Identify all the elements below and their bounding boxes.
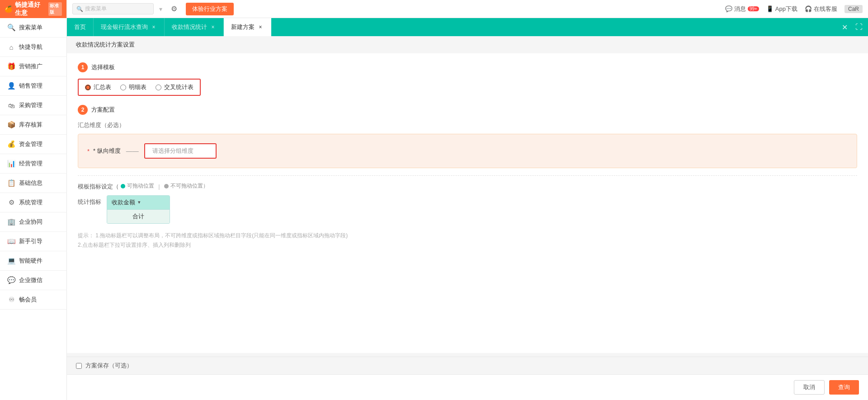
operations-icon: 📊 (7, 160, 15, 168)
sidebar-item-search-menu[interactable]: 🔍 搜索菜单 (0, 18, 66, 38)
step1-header: 1 选择模板 (78, 62, 857, 72)
message-label: 消息 (734, 5, 746, 13)
tab-new-plan-label: 新建方案 (231, 23, 255, 31)
logo-text: 畅捷通好生意 (15, 1, 46, 17)
cancel-button[interactable]: 取消 (794, 380, 825, 395)
dimension-section-label: 汇总维度（必选） (78, 121, 857, 129)
tabbar-actions: ✕ ⛶ (835, 18, 868, 36)
wechat-icon: 💬 (7, 276, 15, 284)
topbar-search-box[interactable]: 🔍 搜索菜单 (72, 3, 154, 14)
indicator-title: 模板指标设定（ 可拖动位置 | 不可拖动位置） (78, 182, 208, 191)
sidebar-item-inventory[interactable]: 📦 库存核算 (0, 115, 66, 135)
sidebar-item-label: 经营管理 (19, 160, 42, 168)
tab-receipt-stats[interactable]: 收款情况统计 × (165, 18, 224, 36)
main-area: 🔍 搜索菜单 ▾ ⚙ 体验行业方案 💬 消息 99+ 📱 App下载 🎧 在线客… (67, 0, 868, 400)
close-window-btn[interactable]: ✕ (839, 22, 850, 33)
tab-new-plan[interactable]: 新建方案 × (224, 18, 271, 36)
sidebar-item-guide[interactable]: 📖 新手引导 (0, 232, 66, 251)
tab-new-plan-close[interactable]: × (257, 24, 264, 30)
radio-detail[interactable]: 明细表 (120, 83, 146, 91)
search-dropdown-icon[interactable]: ▾ (159, 5, 162, 13)
home-icon: ⌂ (7, 43, 15, 51)
sidebar-item-finance[interactable]: 💰 资金管理 (0, 135, 66, 154)
tab-home[interactable]: 首页 (67, 18, 94, 36)
page-header: 收款情况统计方案设置 (67, 36, 868, 53)
sidebar-item-label: 智能硬件 (19, 257, 42, 265)
sidebar-item-member[interactable]: ♾ 畅会员 (0, 290, 66, 310)
vertical-label: * 纵向维度 (93, 147, 121, 155)
sidebar-item-label: 基础信息 (19, 179, 42, 187)
tabbar: 首页 现金银行流水查询 × 收款情况统计 × 新建方案 × ✕ ⛶ (67, 18, 868, 36)
indicator-header: 模板指标设定（ 可拖动位置 | 不可拖动位置） (78, 182, 857, 191)
sidebar-item-basic-info[interactable]: 📋 基础信息 (0, 174, 66, 193)
user-avatar[interactable]: CaR (844, 5, 863, 13)
radio-cross-label: 交叉统计表 (164, 83, 193, 91)
sidebar-item-system[interactable]: ⚙ 系统管理 (0, 193, 66, 212)
tab-bank-flow[interactable]: 现金银行流水查询 × (94, 18, 165, 36)
sidebar-item-label: 营销推广 (19, 62, 42, 71)
member-icon: ♾ (7, 296, 15, 304)
radio-summary[interactable]: 汇总表 (85, 83, 111, 91)
stats-label: 统计指标 (78, 198, 101, 205)
purchase-icon: 🛍 (7, 101, 15, 109)
tab-bank-flow-close[interactable]: × (151, 24, 157, 30)
hint-line-2: 2.点击标题栏下拉可设置排序、插入列和删除列 (78, 240, 857, 250)
enterprise-icon: 🏢 (7, 218, 15, 226)
sidebar-item-marketing[interactable]: 🎁 营销推广 (0, 57, 66, 76)
search-placeholder-text: 搜索菜单 (85, 5, 107, 13)
template-selection-box: 汇总表 明细表 交叉统计表 (78, 79, 201, 96)
sidebar-item-enterprise[interactable]: 🏢 企业协同 (0, 212, 66, 232)
app-download-btn[interactable]: 📱 App下载 (766, 5, 797, 13)
tab-receipt-stats-close[interactable]: × (210, 24, 216, 30)
movable-dot-inactive (164, 184, 169, 188)
sidebar-item-label: 系统管理 (19, 198, 42, 207)
sidebar-item-label: 快捷导航 (19, 43, 42, 51)
dimension-select[interactable]: 请选择分组维度 (144, 143, 217, 159)
hardware-icon: 💻 (7, 257, 15, 265)
step2-section: 2 方案配置 汇总维度（必选） * * 纵向维度 —— 请选择分组维度 (78, 105, 857, 250)
logo-icon: 🍊 (5, 5, 12, 13)
separator: | (158, 183, 160, 190)
indicator-section: 模板指标设定（ 可拖动位置 | 不可拖动位置） (78, 175, 857, 224)
chevron-down-icon[interactable]: ▾ (138, 199, 141, 205)
content-area: 收款情况统计方案设置 1 选择模板 汇总表 明细表 (67, 36, 868, 400)
inventory-icon: 📦 (7, 121, 15, 129)
settings-icon[interactable]: ⚙ (168, 3, 180, 15)
sidebar-item-hardware[interactable]: 💻 智能硬件 (0, 251, 66, 271)
message-btn[interactable]: 💬 消息 99+ (725, 5, 759, 13)
form-body: 1 选择模板 汇总表 明细表 交叉统计表 (67, 53, 868, 353)
online-service-label: 在线客服 (814, 5, 837, 13)
sidebar-item-purchase[interactable]: 🛍 采购管理 (0, 96, 66, 115)
indicator-table-header[interactable]: 收款金额 ▾ (107, 196, 170, 209)
tab-receipt-stats-label: 收款情况统计 (172, 23, 207, 31)
tab-bank-flow-label: 现金银行流水查询 (101, 23, 148, 31)
sidebar-item-label: 资金管理 (19, 140, 42, 148)
radio-detail-input[interactable] (120, 85, 126, 90)
search-menu-icon: 🔍 (7, 24, 15, 32)
radio-summary-input[interactable] (85, 85, 91, 90)
sidebar: 🍊 畅捷通好生意 标准版 🔍 搜索菜单 ⌂ 快捷导航 🎁 营销推广 👤 销售管理… (0, 0, 67, 400)
basic-info-icon: 📋 (7, 179, 15, 187)
sidebar-item-label: 企业协同 (19, 218, 42, 226)
save-label: 方案保存（可选） (85, 362, 132, 370)
dimension-area: * * 纵向维度 —— 请选择分组维度 (78, 134, 857, 168)
sidebar-item-sales[interactable]: 👤 销售管理 (0, 76, 66, 96)
radio-cross-input[interactable] (156, 85, 161, 90)
online-service-btn[interactable]: 🎧 在线客服 (805, 5, 837, 13)
dimension-config: 汇总维度（必选） * * 纵向维度 —— 请选择分组维度 (78, 121, 857, 250)
required-star: * (87, 148, 90, 155)
hint-line-1: 提示： 1.拖动标题栏可以调整布局，不可跨维度或指标区域拖动栏目字段(只能在同一… (78, 231, 857, 241)
radio-cross[interactable]: 交叉统计表 (156, 83, 193, 91)
stats-label-container: 统计指标 (78, 195, 101, 206)
maximize-btn[interactable]: ⛶ (854, 22, 864, 33)
message-badge: 99+ (748, 6, 759, 11)
sidebar-item-operations[interactable]: 📊 经营管理 (0, 154, 66, 174)
hint-text: 提示： 1.拖动标题栏可以调整布局，不可跨维度或指标区域拖动栏目字段(只能在同一… (78, 231, 857, 250)
sidebar-item-quick-nav[interactable]: ⌂ 快捷导航 (0, 38, 66, 57)
query-button[interactable]: 查询 (829, 380, 859, 395)
footer-save: 方案保存（可选） (67, 357, 868, 374)
radio-detail-label: 明细表 (129, 83, 146, 91)
save-checkbox[interactable] (76, 363, 82, 369)
sidebar-item-wechat[interactable]: 💬 企业微信 (0, 271, 66, 290)
industry-btn[interactable]: 体验行业方案 (186, 3, 234, 15)
